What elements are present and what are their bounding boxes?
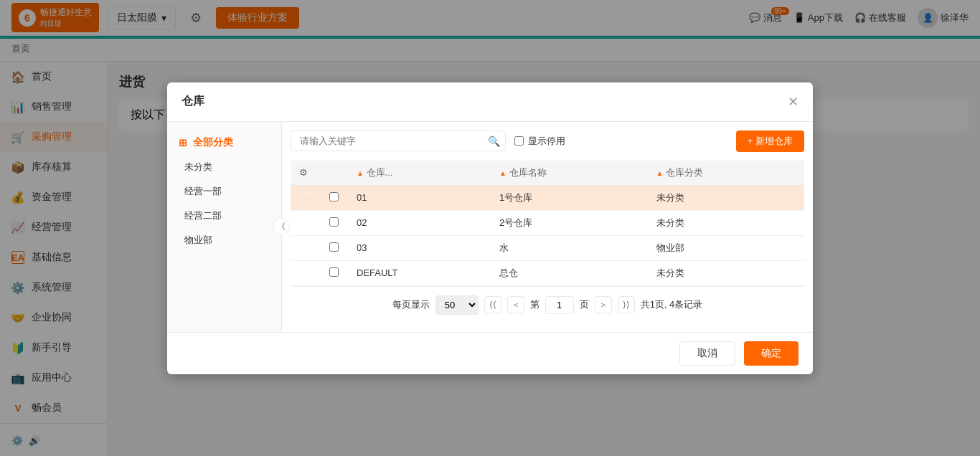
cancel-button[interactable]: 取消	[679, 341, 735, 366]
modal-title: 仓库	[182, 94, 204, 109]
category-item-0[interactable]: 未分类	[167, 155, 281, 179]
row-checkbox-4[interactable]	[329, 267, 339, 277]
row-gear-3	[291, 235, 319, 260]
per-page-select[interactable]: 50 100	[435, 295, 479, 315]
page-prev-button[interactable]: ＜	[507, 296, 524, 313]
total-label: 共1页, 4条记录	[641, 298, 703, 311]
col-header-gear: ⚙	[291, 161, 319, 186]
page-last-button[interactable]: ⟩⟩	[618, 296, 635, 313]
row-code-4: DEFAULT	[348, 260, 491, 285]
page-text: 第	[530, 298, 540, 311]
row-gear-2	[291, 210, 319, 235]
table-scroll: ⚙ ▲ 仓库... ▲ 仓库名称	[291, 161, 804, 286]
search-input[interactable]	[291, 130, 506, 151]
modal-overlay: 仓库 ✕ ⊞ 全部分类 未分类 经营一部 经营二部 物业部 《	[0, 0, 980, 456]
modal-header: 仓库 ✕	[167, 82, 813, 122]
page-number-input[interactable]	[545, 296, 574, 314]
modal-footer: 取消 确定	[167, 332, 813, 374]
table-head: ⚙ ▲ 仓库... ▲ 仓库名称	[291, 161, 804, 186]
show-disabled-checkbox[interactable]	[514, 136, 524, 146]
col-header-check	[319, 161, 348, 186]
table-row[interactable]: 03 水 物业部	[291, 235, 804, 260]
row-name-1: 1号仓库	[491, 185, 647, 210]
all-category-header[interactable]: ⊞ 全部分类	[167, 130, 281, 155]
sort-icon-cat: ▲	[656, 169, 664, 177]
row-check-4	[319, 260, 348, 285]
table-row[interactable]: DEFAULT 总仓 未分类	[291, 260, 804, 285]
row-category-2: 未分类	[648, 210, 805, 235]
category-panel: ⊞ 全部分类 未分类 经营一部 经营二部 物业部 《	[167, 122, 282, 332]
row-name-2: 2号仓库	[491, 210, 647, 235]
warehouse-modal: 仓库 ✕ ⊞ 全部分类 未分类 经营一部 经营二部 物业部 《	[167, 82, 813, 374]
sort-icon-code: ▲	[357, 169, 364, 177]
table-row[interactable]: 02 2号仓库 未分类	[291, 210, 804, 235]
row-gear-1: ···	[291, 185, 319, 210]
modal-close-button[interactable]: ✕	[788, 94, 798, 110]
right-panel: 🔍 显示停用 + 新增仓库 ⚙	[282, 122, 813, 332]
warehouse-table: ⚙ ▲ 仓库... ▲ 仓库名称	[291, 161, 804, 286]
per-page-label: 每页显示	[392, 298, 430, 311]
table-body: ··· 01 1号仓库 未分类 02 2号仓库	[291, 185, 804, 285]
sort-icon-name: ▲	[499, 169, 507, 177]
page-label: 页	[580, 298, 589, 311]
row-category-1: 未分类	[648, 185, 805, 210]
row-check-1	[319, 185, 348, 210]
search-icon: 🔍	[488, 136, 500, 147]
modal-body: ⊞ 全部分类 未分类 经营一部 经营二部 物业部 《 🔍	[167, 122, 813, 332]
row-category-3: 物业部	[648, 235, 805, 260]
col-header-category: ▲ 仓库分类	[648, 161, 805, 186]
row-checkbox-3[interactable]	[329, 242, 339, 252]
row-checkbox-1[interactable]	[329, 192, 339, 201]
col-header-code: ▲ 仓库...	[348, 161, 491, 186]
table-row[interactable]: ··· 01 1号仓库 未分类	[291, 185, 804, 210]
row-code-1: 01	[348, 185, 491, 210]
confirm-button[interactable]: 确定	[744, 341, 798, 366]
page-next-button[interactable]: ＞	[595, 296, 612, 313]
row-checkbox-2[interactable]	[329, 217, 339, 227]
row-code-2: 02	[348, 210, 491, 235]
category-item-3[interactable]: 物业部	[167, 228, 281, 252]
show-disabled-label[interactable]: 显示停用	[514, 135, 565, 148]
row-gear-4	[291, 260, 319, 285]
row-check-3	[319, 235, 348, 260]
add-warehouse-button[interactable]: + 新增仓库	[736, 130, 804, 152]
page-first-button[interactable]: ⟨⟨	[484, 296, 501, 313]
search-bar: 🔍 显示停用 + 新增仓库	[291, 130, 804, 152]
collapse-panel-button[interactable]: 《	[273, 218, 290, 235]
row-name-3: 水	[491, 235, 647, 260]
row-code-3: 03	[348, 235, 491, 260]
row-check-2	[319, 210, 348, 235]
row-name-4: 总仓	[491, 260, 647, 285]
category-item-1[interactable]: 经营一部	[167, 179, 281, 204]
grid-icon: ⊞	[179, 137, 187, 148]
row-category-4: 未分类	[648, 260, 805, 285]
search-input-wrap: 🔍	[291, 130, 506, 151]
category-item-2[interactable]: 经营二部	[167, 204, 281, 228]
pagination: 每页显示 50 100 ⟨⟨ ＜ 第 页 ＞ ⟩⟩ 共1页, 4条记录	[291, 286, 804, 323]
col-header-name: ▲ 仓库名称	[491, 161, 647, 186]
